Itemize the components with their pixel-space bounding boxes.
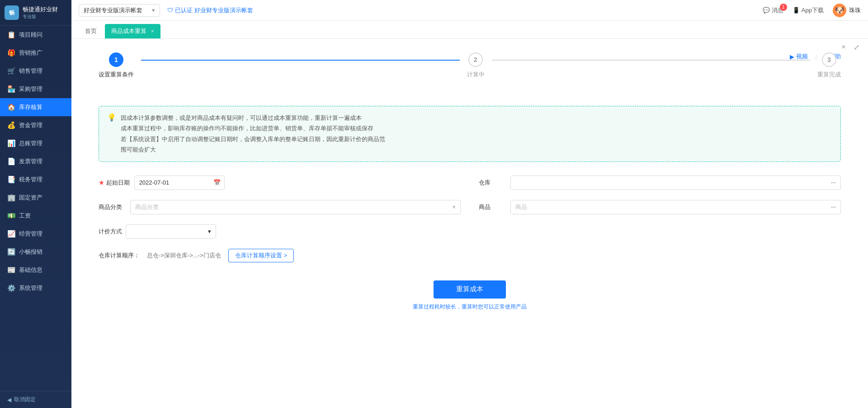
recalculate-button[interactable]: 重算成本	[434, 280, 506, 299]
message-button[interactable]: 💬 消息 1	[763, 6, 783, 14]
submit-hint: 重算过程耗时较长，重算时您可以正常使用产品	[413, 303, 527, 311]
verified-badge: 🛡 已认证 好业财专业版演示帐套	[167, 6, 253, 14]
verified-account-text: 好业财专业版演示帐套	[194, 6, 253, 14]
sidebar-item-project[interactable]: 📋 项目顾问	[0, 26, 71, 44]
app-title: 畅捷通好业财 专业版	[23, 6, 58, 19]
operations-icon: 📈	[7, 230, 15, 238]
product-ellipsis-icon[interactable]: ···	[831, 204, 836, 210]
sidebar-item-system[interactable]: ⚙️ 系统管理	[0, 279, 71, 297]
product-input[interactable]: 商品 ···	[510, 200, 841, 214]
invoice-icon: 📄	[7, 157, 15, 166]
sales-icon: 🛒	[7, 67, 15, 75]
step-2-circle: 2	[468, 52, 483, 67]
sidebar-item-basicinfo[interactable]: 📰 基础信息	[0, 261, 71, 279]
sidebar-item-payroll[interactable]: 💵 工资	[0, 207, 71, 225]
account-name: 好业财专业版演示帐套	[84, 6, 142, 14]
assets-icon: 🏢	[7, 194, 15, 202]
warehouse-order-settings-button[interactable]: 仓库计算顺序设置 >	[228, 249, 294, 262]
system-icon: ⚙️	[7, 284, 15, 292]
sidebar-unpin-button[interactable]: ◀ 取消固定	[0, 391, 71, 408]
pricing-dropdown-icon: ▾	[208, 228, 211, 235]
step-bar: 1 设置重算条件 2 计算中 3 重算	[99, 52, 841, 79]
warehouse-label: 仓库	[479, 179, 506, 187]
sidebar-item-label: 税务管理	[19, 176, 42, 184]
tab-home[interactable]: 首页	[79, 24, 103, 38]
content-area: × ⤢ 1 设置重算条件 2	[71, 39, 868, 408]
video-help-link[interactable]: ▶ 视频	[790, 52, 808, 61]
close-window-button[interactable]: ×	[839, 43, 848, 52]
sidebar-item-assets[interactable]: 🏢 固定资产	[0, 189, 71, 207]
sidebar: 畅 畅捷通好业财 专业版 📋 项目顾问 🎁 营销推广 🛒 销售管理 🏪 采购管理…	[0, 0, 71, 408]
sidebar-item-label: 经营管理	[19, 230, 42, 238]
submit-area: 重算成本 重算过程耗时较长，重算时您可以正常使用产品	[71, 276, 868, 320]
main-area: 好业财专业版演示帐套 ▾ 🛡 已认证 好业财专业版演示帐套 💬 消息 1 📱 A…	[71, 0, 868, 408]
sidebar-item-label: 项目顾问	[19, 31, 42, 39]
play-icon: ▶	[790, 53, 794, 60]
start-date-input[interactable]: 2022-07-01 📅	[134, 176, 225, 190]
sidebar-nav: 📋 项目顾问 🎁 营销推广 🛒 销售管理 🏪 采购管理 🏠 库存核算 💰 资金管…	[0, 26, 71, 391]
verified-label: 已认证	[175, 6, 193, 14]
shield-icon: 🛡	[167, 7, 173, 14]
sidebar-item-expense[interactable]: 🔄 小畅报销	[0, 243, 71, 261]
sidebar-item-marketing[interactable]: 🎁 营销推广	[0, 44, 71, 62]
pricing-label: 计价方式	[99, 228, 126, 236]
sidebar-item-finance[interactable]: 💰 资金管理	[0, 116, 71, 134]
accounting-icon: 📊	[7, 139, 15, 147]
info-text: 因成本计算参数调整，或是对商品成本有疑问时，可以通过成本重算功能，重新计算一遍成…	[121, 113, 385, 155]
form-group-category: 商品分类 商品分类 ▾	[99, 200, 461, 214]
finance-icon: 💰	[7, 121, 15, 129]
expand-icon: ⤢	[854, 43, 859, 52]
info-icon: 💡	[107, 113, 116, 155]
sidebar-item-purchase[interactable]: 🏪 采购管理	[0, 80, 71, 98]
category-placeholder: 商品分类	[135, 203, 159, 211]
user-profile-button[interactable]: 🐶 珠珠	[833, 4, 861, 17]
user-name: 珠珠	[849, 6, 861, 14]
basicinfo-icon: 📰	[7, 266, 15, 274]
tabs-bar: 首页 商品成本重算 ×	[71, 21, 868, 39]
expense-icon: 🔄	[7, 248, 15, 256]
sidebar-item-operations[interactable]: 📈 经营管理	[0, 225, 71, 243]
product-label: 商品	[479, 203, 506, 211]
project-icon: 📋	[7, 31, 15, 39]
purchase-icon: 🏪	[7, 85, 15, 93]
marketing-icon: 🎁	[7, 49, 15, 57]
tab-close-icon[interactable]: ×	[151, 28, 154, 34]
pricing-row: 计价方式 ▾	[71, 224, 868, 239]
step-1-circle: 1	[109, 52, 123, 67]
app-download-label: App下载	[802, 6, 824, 14]
warehouse-input[interactable]: ···	[510, 176, 841, 190]
sidebar-item-sales[interactable]: 🛒 销售管理	[0, 62, 71, 80]
tab-label: 商品成本重算	[111, 28, 146, 34]
sidebar-item-label: 总账管理	[19, 139, 42, 147]
warehouse-ellipsis-icon[interactable]: ···	[831, 179, 836, 186]
sidebar-item-inventory[interactable]: 🏠 库存核算	[0, 98, 71, 116]
step-2: 2 计算中	[467, 52, 485, 79]
step-line-1	[141, 60, 460, 61]
expand-window-button[interactable]: ⤢	[852, 43, 861, 52]
sidebar-item-invoice[interactable]: 📄 发票管理	[0, 152, 71, 171]
sidebar-item-label: 固定资产	[19, 194, 42, 202]
calendar-icon[interactable]: 📅	[213, 179, 221, 186]
step-2-label: 计算中	[467, 71, 485, 79]
pricing-select[interactable]: ▾	[126, 224, 216, 239]
sidebar-item-accounting[interactable]: 📊 总账管理	[0, 134, 71, 152]
form-group-warehouse: 仓库 ···	[479, 176, 841, 190]
step-3-label: 重算完成	[817, 71, 841, 79]
payroll-icon: 💵	[7, 212, 15, 220]
chevron-right-icon: >	[284, 252, 288, 259]
sidebar-item-tax[interactable]: 📑 税务管理	[0, 171, 71, 189]
avatar: 🐶	[833, 4, 846, 17]
warehouse-order-row: 仓库计算顺序： 总仓->深圳仓库->...->门店仓 仓库计算顺序设置 >	[71, 249, 868, 262]
step-1-label: 设置重算条件	[99, 71, 134, 79]
sidebar-item-label: 销售管理	[19, 67, 42, 75]
app-download-button[interactable]: 📱 App下载	[793, 6, 824, 14]
sidebar-item-label: 资金管理	[19, 121, 42, 129]
account-selector[interactable]: 好业财专业版演示帐套 ▾	[79, 4, 160, 17]
category-select[interactable]: 商品分类 ▾	[130, 200, 461, 214]
start-date-value: 2022-07-01	[139, 179, 170, 186]
topbar-right: 💬 消息 1 📱 App下载 🐶 珠珠	[763, 4, 861, 17]
category-label: 商品分类	[99, 203, 126, 211]
product-placeholder: 商品	[515, 203, 527, 211]
form-group-date: ★ 起始日期 2022-07-01 📅	[99, 176, 461, 190]
tab-cost-recalc[interactable]: 商品成本重算 ×	[105, 24, 160, 38]
